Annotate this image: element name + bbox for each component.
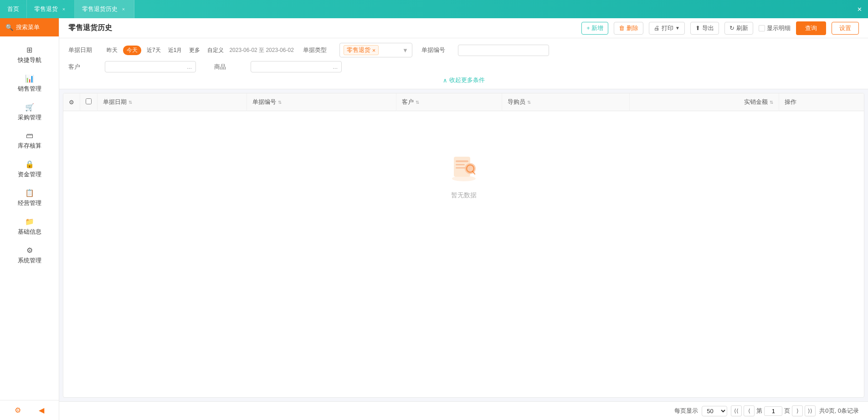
table-header-row: ⚙ 单据日期 ⇅ 单据编号: [63, 93, 864, 111]
th-customer[interactable]: 客户 ⇅: [396, 93, 502, 111]
sidebar-item-operations-label: 经营管理: [18, 199, 41, 207]
window-controls: ✕: [856, 6, 868, 12]
th-guide-label: 导购员: [508, 98, 525, 106]
th-guide[interactable]: 导购员 ⇅: [502, 93, 630, 111]
inventory-icon: 🗃: [26, 132, 33, 140]
refresh-icon: ↻: [729, 25, 734, 31]
tab-retail-return-label: 零售退货: [34, 5, 58, 13]
sidebar-item-purchase-label: 采购管理: [18, 113, 41, 122]
shortcut-more[interactable]: 更多: [187, 46, 202, 55]
sidebar-search[interactable]: 🔍 搜索菜单: [0, 18, 59, 36]
search-icon: 🔍: [5, 24, 13, 31]
customer-label: 客户: [68, 63, 96, 71]
sidebar-item-sales-label: 销售管理: [18, 85, 41, 93]
tab-retail-return-history-close[interactable]: ×: [120, 6, 127, 12]
page-last-btn[interactable]: ⟩⟩: [805, 405, 816, 416]
sidebar-item-purchase-mgmt[interactable]: 🛒 采购管理: [3, 98, 56, 126]
display-detail-checkbox[interactable]: [759, 25, 765, 31]
refresh-button[interactable]: ↻ 刷新: [724, 22, 753, 35]
sidebar-item-quick-nav[interactable]: ⊞ 快捷导航: [3, 41, 56, 69]
collapse-icon: ∧: [443, 77, 447, 84]
new-button[interactable]: + 新增: [581, 22, 608, 35]
sales-mgmt-icon: 📊: [25, 74, 34, 83]
filter-area: 单据日期 昨天 今天 近7天 近1月 更多 自定义 2023-06-02 至 2…: [59, 38, 868, 89]
export-icon: ⬆: [695, 25, 700, 31]
shortcut-last7[interactable]: 近7天: [145, 46, 163, 55]
main-layout: 🔍 搜索菜单 ⊞ 快捷导航 📊 销售管理 🛒 采购管理 🗃 库存核算 🔒: [0, 18, 868, 420]
print-button[interactable]: 🖨 打印 ▼: [649, 22, 685, 35]
svg-rect-2: [456, 160, 468, 162]
filter-row-2: 客户 ... 商品 ...: [68, 61, 859, 72]
th-date[interactable]: 单据日期 ⇅: [98, 93, 247, 111]
basic-info-icon: 📁: [25, 217, 34, 226]
svg-rect-3: [456, 164, 465, 165]
tab-bar: 首页 零售退货 × 零售退货历史 ×: [0, 0, 856, 18]
select-all-checkbox[interactable]: [86, 98, 92, 104]
page-size-select[interactable]: 20 50 100: [702, 406, 727, 416]
th-checkbox: [80, 93, 98, 111]
th-actual-amount[interactable]: 实销金额 ⇅: [630, 93, 779, 111]
empty-illustration: [446, 148, 482, 184]
th-settings[interactable]: ⚙: [63, 93, 80, 111]
sidebar-collapse-btn[interactable]: ◀: [39, 406, 44, 415]
empty-text: 暂无数据: [451, 191, 477, 200]
type-filter-tag-close[interactable]: ×: [372, 47, 376, 54]
type-filter-tag: 零售退货 ×: [344, 45, 379, 55]
query-button[interactable]: 查询: [796, 21, 826, 35]
customer-ellipsis[interactable]: ...: [187, 63, 192, 70]
goods-label: 商品: [214, 63, 241, 71]
sidebar-item-sales-mgmt[interactable]: 📊 销售管理: [3, 70, 56, 97]
order-no-label: 单据编号: [421, 46, 449, 54]
page-prev-btn[interactable]: ⟨: [744, 405, 755, 416]
display-detail-toggle[interactable]: 显示明细: [759, 24, 791, 32]
sidebar-item-operations[interactable]: 📋 经营管理: [3, 184, 56, 212]
sidebar-item-finance[interactable]: 🔒 资金管理: [3, 155, 56, 183]
empty-state: 暂无数据: [63, 111, 864, 236]
export-label: 导出: [702, 24, 714, 32]
page-nav: ⟨⟨ ⟨ 第 页 ⟩ ⟩⟩: [731, 405, 816, 416]
system-icon: ⚙: [26, 246, 33, 255]
tab-retail-return-close[interactable]: ×: [61, 6, 67, 12]
page-number-input[interactable]: [764, 406, 782, 416]
shortcut-last-month[interactable]: 近1月: [166, 46, 184, 55]
collapse-filters-btn[interactable]: ∧ 收起更多条件: [68, 76, 859, 84]
type-filter-tag-label: 零售退货: [347, 46, 370, 54]
tab-retail-return[interactable]: 零售退货 ×: [27, 0, 75, 18]
page-total: 共0页, 0条记录: [819, 407, 859, 415]
customer-sort-icon: ⇅: [416, 100, 419, 105]
purchase-mgmt-icon: 🛒: [25, 103, 34, 112]
tab-home[interactable]: 首页: [0, 0, 27, 18]
sidebar-item-basic-info[interactable]: 📁 基础信息: [3, 213, 56, 241]
sidebar-item-quick-nav-label: 快捷导航: [18, 56, 41, 64]
sidebar-item-inventory[interactable]: 🗃 库存核算: [3, 127, 56, 154]
amount-sort-icon: ⇅: [770, 100, 773, 105]
page-info-suffix: 页: [784, 407, 790, 415]
th-actual-amount-label: 实销金额: [744, 98, 768, 106]
delete-button[interactable]: 🗑 删除: [614, 22, 643, 35]
content-area: 零售退货历史 + 新增 🗑 删除 🖨 打印 ▼ ⬆ 导出 ↻ 刷新: [59, 18, 868, 420]
page-first-btn[interactable]: ⟨⟨: [731, 405, 742, 416]
goods-ellipsis[interactable]: ...: [333, 63, 338, 70]
table-body: 暂无数据: [63, 111, 864, 236]
page-size-label: 每页显示: [674, 407, 698, 415]
tab-retail-return-history[interactable]: 零售退货历史 ×: [75, 0, 134, 18]
order-no-input[interactable]: [458, 45, 549, 56]
shortcut-custom[interactable]: 自定义: [205, 46, 226, 55]
sidebar-settings-btn[interactable]: ⚙: [15, 406, 21, 415]
date-shortcuts: 昨天 今天 近7天 近1月 更多 自定义 2023-06-02 至 2023-0…: [105, 46, 294, 55]
sidebar-item-inventory-label: 库存核算: [18, 142, 41, 150]
type-filter-select[interactable]: 零售退货 × ▼: [339, 43, 412, 57]
shortcut-yesterday[interactable]: 昨天: [105, 46, 119, 55]
tab-retail-return-history-label: 零售退货历史: [82, 5, 118, 13]
sidebar-item-basic-info-label: 基础信息: [18, 228, 41, 236]
print-chevron-icon: ▼: [675, 26, 680, 31]
table-settings-icon[interactable]: ⚙: [69, 99, 74, 106]
page-next-btn[interactable]: ⟩: [792, 405, 803, 416]
th-order-no[interactable]: 单据编号 ⇅: [247, 93, 396, 111]
sidebar-item-system[interactable]: ⚙ 系统管理: [3, 241, 56, 269]
operations-icon: 📋: [25, 189, 34, 197]
export-button[interactable]: ⬆ 导出: [690, 22, 719, 35]
shortcut-today[interactable]: 今天: [123, 46, 141, 55]
setting-button[interactable]: 设置: [832, 22, 859, 35]
window-close-btn[interactable]: ✕: [856, 6, 863, 12]
